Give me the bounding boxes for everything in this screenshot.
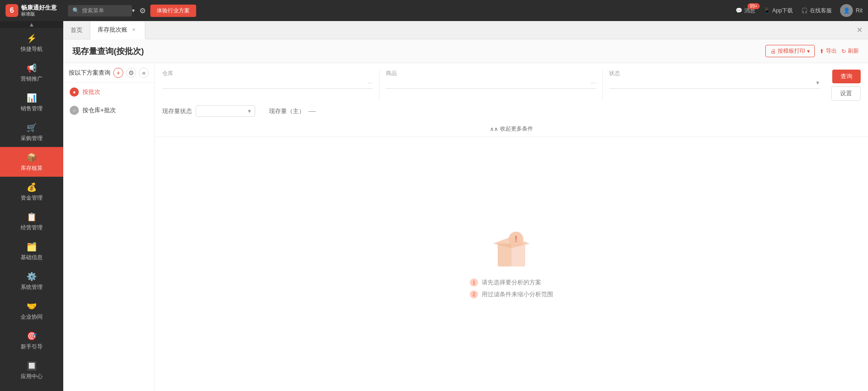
scheme-panel-actions: + ⚙ « [113, 68, 149, 78]
empty-hint-2: 2 用过滤条件来缩小分析范围 [470, 290, 553, 299]
inventory-status-dropdown-icon: ▾ [248, 108, 251, 114]
warehouse-label: 仓库 [162, 70, 373, 77]
sidebar-item-guide[interactable]: 🎯 新手引导 [0, 326, 63, 355]
filter-row-1: 仓库 ··· 商品 ··· [155, 63, 868, 101]
export-icon: ⬆ [819, 48, 824, 54]
inventory-qty-filter: 现存量（主） — [269, 107, 316, 115]
warehouse-input[interactable] [162, 79, 366, 86]
logo-icon: 6 [5, 4, 18, 17]
product-input[interactable] [386, 79, 589, 86]
status-label: 状态 [609, 70, 819, 77]
sidebar-item-enterprise[interactable]: 🤝 企业协同 [0, 296, 63, 326]
purchase-icon: 🛒 [27, 123, 37, 133]
product-label: 商品 [386, 70, 596, 77]
page-title: 现存量查询(按批次) [72, 46, 765, 57]
sidebar-item-operations[interactable]: 📋 经营管理 [0, 206, 63, 236]
sidebar-item-app-center[interactable]: 🔲 应用中心 [0, 355, 63, 385]
app-center-icon: 🔲 [27, 361, 37, 371]
page-header-actions: 🖨 按模板打印 ▾ ⬆ 导出 ↻ 刷新 [765, 45, 859, 57]
add-scheme-button[interactable]: + [113, 68, 123, 78]
system-icon: ⚙️ [27, 272, 37, 282]
sidebar: ▲ ⚡ 快捷导航 📢 营销推广 📊 销售管理 🛒 采购管理 📦 库存核算 💰 资… [0, 21, 63, 391]
sales-icon: 📊 [27, 93, 37, 103]
tab-bar-close-button[interactable]: ✕ [851, 26, 868, 34]
avatar-icon: 👤 [843, 7, 850, 14]
enterprise-icon: 🤝 [27, 301, 37, 311]
avatar: 👤 [840, 4, 853, 17]
filter-row-2: 现存量状态 ▾ 现存量（主） — [155, 101, 868, 121]
user-menu[interactable]: 👤 Rit [840, 4, 863, 17]
sidebar-item-sales[interactable]: 📊 销售管理 [0, 87, 63, 117]
warehouse-input-row: ··· [162, 79, 373, 89]
collapse-icon: ∧∧ [490, 126, 498, 132]
sidebar-scroll-up[interactable]: ▲ [0, 21, 63, 28]
main-panel: 按以下方案查询 + ⚙ « ● 按批次 [63, 63, 868, 391]
export-button[interactable]: ⬆ 导出 [819, 47, 837, 55]
scheme-panel-header: 按以下方案查询 + ⚙ « [63, 63, 154, 83]
topbar-dropdown[interactable]: ▾ [132, 7, 135, 14]
sidebar-item-purchase[interactable]: 🛒 采购管理 [0, 117, 63, 147]
logo-text: 畅康通好生意 标准版 [21, 4, 57, 17]
sidebar-item-system[interactable]: ⚙️ 系统管理 [0, 266, 63, 296]
empty-illustration: ! [489, 230, 534, 271]
page-content: 现存量查询(按批次) 🖨 按模板打印 ▾ ⬆ 导出 ↻ 刷新 [63, 39, 868, 391]
topbar-center: ▾ ⚙ 体验行业方案 [132, 5, 736, 17]
tab-home[interactable]: 首页 [63, 21, 90, 39]
print-icon: 🖨 [770, 48, 776, 54]
tab-inventory-batch[interactable]: 库存批次账 × [90, 22, 145, 39]
message-button[interactable]: 💬 消息 99+ [736, 7, 755, 15]
app-logo[interactable]: 6 畅康通好生意 标准版 [5, 4, 60, 17]
inventory-icon: 📦 [27, 152, 37, 163]
print-dropdown-icon[interactable]: ▾ [807, 48, 810, 54]
query-button[interactable]: 查询 [832, 70, 861, 83]
status-select[interactable]: ▾ [609, 79, 819, 89]
scheme-settings-icon: ⚙ [128, 69, 134, 76]
topbar-search[interactable]: 🔍 搜索菜单 [68, 5, 132, 16]
quick-nav-icon: ⚡ [27, 33, 37, 43]
scheme-batch-icon: ● [70, 87, 79, 97]
online-service-button[interactable]: 🎧 在线客服 [801, 7, 832, 15]
svg-text:!: ! [515, 234, 517, 244]
guide-icon: 🎯 [27, 331, 37, 341]
collapse-filters-button[interactable]: ∧∧ 收起更多条件 [155, 121, 868, 137]
app-download-button[interactable]: 📱 App下载 [764, 7, 793, 15]
status-filter: 状态 ▾ [603, 70, 819, 101]
scheme-settings-button[interactable]: ⚙ [126, 68, 136, 78]
sidebar-item-quick-nav[interactable]: ⚡ 快捷导航 [0, 28, 63, 58]
right-content: 仓库 ··· 商品 ··· [155, 63, 868, 391]
content-area: 首页 库存批次账 × ✕ 现存量查询(按批次) 🖨 按模板打印 ▾ [63, 21, 868, 391]
search-icon: 🔍 [72, 7, 79, 14]
sidebar-item-wechat[interactable]: 💬 企业微信 [0, 385, 63, 391]
settings-button[interactable]: 设置 [831, 86, 861, 101]
operations-icon: 📋 [27, 212, 37, 222]
warehouse-more-icon[interactable]: ··· [368, 79, 373, 86]
settings-icon[interactable]: ⚙ [139, 6, 146, 15]
inventory-status-filter: 现存量状态 ▾ [162, 105, 255, 117]
refresh-icon: ↻ [841, 48, 846, 54]
hint-num-1: 1 [470, 278, 478, 287]
inventory-status-select[interactable]: ▾ [196, 105, 255, 117]
sidebar-item-basic[interactable]: 🗂️ 基础信息 [0, 236, 63, 266]
refresh-button[interactable]: ↻ 刷新 [841, 47, 859, 55]
tab-close-icon[interactable]: × [130, 26, 137, 33]
page-header: 现存量查询(按批次) 🖨 按模板打印 ▾ ⬆ 导出 ↻ 刷新 [63, 39, 868, 63]
topbar-right: 💬 消息 99+ 📱 App下载 🎧 在线客服 👤 Rit [736, 4, 863, 17]
scheme-item-batch[interactable]: ● 按批次 [63, 83, 154, 101]
empty-hints: 1 请先选择要分析的方案 2 用过滤条件来缩小分析范围 [470, 278, 553, 299]
qty-dash: — [308, 107, 316, 115]
product-filter: 商品 ··· [379, 70, 603, 101]
sidebar-item-finance[interactable]: 💰 资金管理 [0, 177, 63, 206]
empty-hint-1: 1 请先选择要分析的方案 [470, 278, 553, 287]
product-more-icon[interactable]: ··· [591, 79, 596, 86]
phone-icon: 📱 [764, 7, 770, 14]
svg-rect-2 [498, 244, 511, 266]
sidebar-item-inventory[interactable]: 📦 库存核算 [0, 147, 63, 177]
empty-state: ! 1 请先选择要分析的方案 2 用过滤条件来缩小分析范围 [155, 137, 868, 391]
trial-button[interactable]: 体验行业方案 [150, 5, 196, 17]
tab-bar: 首页 库存批次账 × ✕ [63, 21, 868, 39]
sidebar-item-marketing[interactable]: 📢 营销推广 [0, 58, 63, 87]
inventory-status-label: 现存量状态 [162, 107, 192, 115]
scheme-collapse-button[interactable]: « [139, 68, 149, 78]
print-button[interactable]: 🖨 按模板打印 ▾ [765, 45, 815, 57]
scheme-item-warehouse-batch[interactable]: ○ 按仓库+批次 [63, 101, 154, 119]
